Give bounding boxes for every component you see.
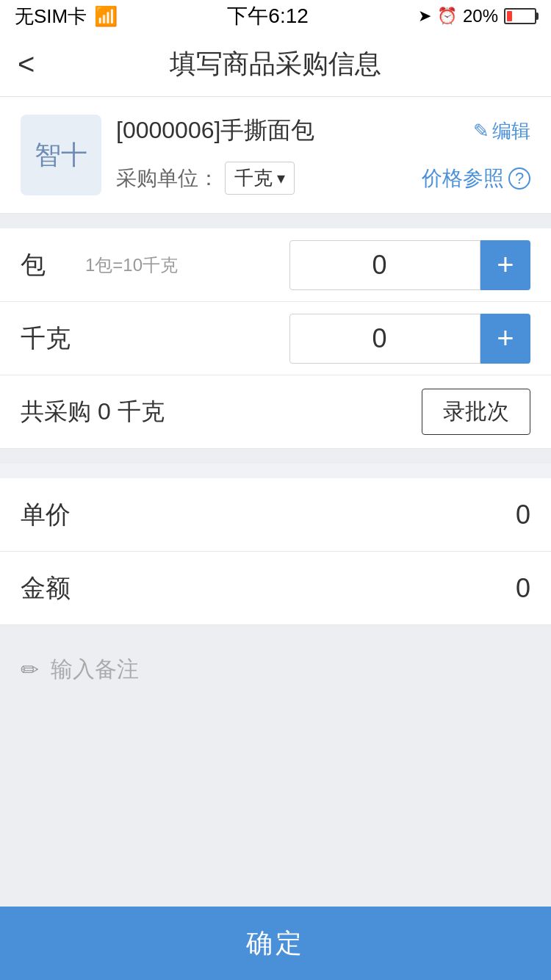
pencil-icon: ✏ <box>21 657 39 682</box>
status-left: 无SIM卡 📶 <box>15 4 118 29</box>
unit-price-value: 0 <box>516 500 530 530</box>
remark-placeholder: 输入备注 <box>51 655 139 685</box>
section-divider-2 <box>0 449 551 464</box>
remark-section[interactable]: ✏ 输入备注 <box>0 625 551 713</box>
bag-input-right: + <box>178 240 530 290</box>
edit-icon: ✎ <box>473 120 489 143</box>
status-right: ➤ ⏰ 20% <box>418 6 536 26</box>
total-label: 共采购 0 千克 <box>21 396 165 428</box>
nav-bar: < 填写商品采购信息 <box>0 32 551 97</box>
bag-input-row: 包 1包=10千克 + <box>0 228 551 302</box>
kg-plus-button[interactable]: + <box>480 314 530 364</box>
bag-sublabel: 1包=10千克 <box>85 253 178 277</box>
confirm-bar[interactable]: 确定 <box>0 907 551 980</box>
kg-input-row: 千克 + <box>0 302 551 375</box>
bag-quantity-input[interactable] <box>289 240 480 290</box>
total-row: 共采购 0 千克 录批次 <box>0 375 551 449</box>
status-time: 下午6:12 <box>227 2 309 30</box>
price-ref-label: 价格参照 <box>422 165 504 192</box>
confirm-button-label: 确定 <box>246 926 305 962</box>
kg-quantity-input[interactable] <box>289 314 480 364</box>
product-logo: 智十 <box>35 137 87 173</box>
page-title: 填写商品采购信息 <box>170 46 381 82</box>
back-button[interactable]: < <box>18 48 35 81</box>
edit-label: 编辑 <box>492 118 530 144</box>
section-divider-1 <box>0 214 551 228</box>
product-card: 智十 [0000006]手撕面包 ✎ 编辑 采购单位： 千克 ▾ 价格参照 ? <box>0 97 551 214</box>
price-ref-button[interactable]: 价格参照 ? <box>422 165 530 192</box>
unit-select[interactable]: 千克 ▾ <box>225 162 295 195</box>
status-bar: 无SIM卡 📶 下午6:12 ➤ ⏰ 20% <box>0 0 551 32</box>
edit-button[interactable]: ✎ 编辑 <box>473 118 530 144</box>
battery-percent: 20% <box>463 6 498 26</box>
amount-row: 金额 0 <box>0 552 551 625</box>
amount-value: 0 <box>516 573 530 604</box>
battery-icon <box>504 8 536 24</box>
unit-price-label: 单价 <box>21 498 71 532</box>
help-icon: ? <box>508 167 530 190</box>
bag-plus-button[interactable]: + <box>480 240 530 290</box>
alarm-icon: ⏰ <box>437 7 457 26</box>
input-section: 包 1包=10千克 + 千克 + 共采购 0 千克 录批次 <box>0 228 551 449</box>
kg-label: 千克 <box>21 322 79 356</box>
dropdown-icon: ▾ <box>277 169 285 188</box>
amount-label: 金额 <box>21 572 71 605</box>
batch-button[interactable]: 录批次 <box>422 389 530 435</box>
battery-fill <box>507 11 512 21</box>
unit-price-row: 单价 0 <box>0 478 551 552</box>
product-image: 智十 <box>21 115 101 195</box>
bag-label: 包 <box>21 248 79 282</box>
product-name: [0000006]手撕面包 <box>116 115 314 147</box>
wifi-icon: 📶 <box>94 5 118 28</box>
location-icon: ➤ <box>418 7 431 26</box>
unit-row: 采购单位： 千克 ▾ 价格参照 ? <box>116 162 530 195</box>
carrier-text: 无SIM卡 <box>15 4 87 29</box>
unit-value: 千克 <box>234 165 273 191</box>
kg-input-right: + <box>79 314 530 364</box>
unit-label: 采购单位： <box>116 165 219 192</box>
price-section: 单价 0 金额 0 <box>0 478 551 625</box>
product-info: [0000006]手撕面包 ✎ 编辑 采购单位： 千克 ▾ 价格参照 ? <box>116 115 530 195</box>
content-area <box>0 713 551 934</box>
product-name-row: [0000006]手撕面包 ✎ 编辑 <box>116 115 530 147</box>
